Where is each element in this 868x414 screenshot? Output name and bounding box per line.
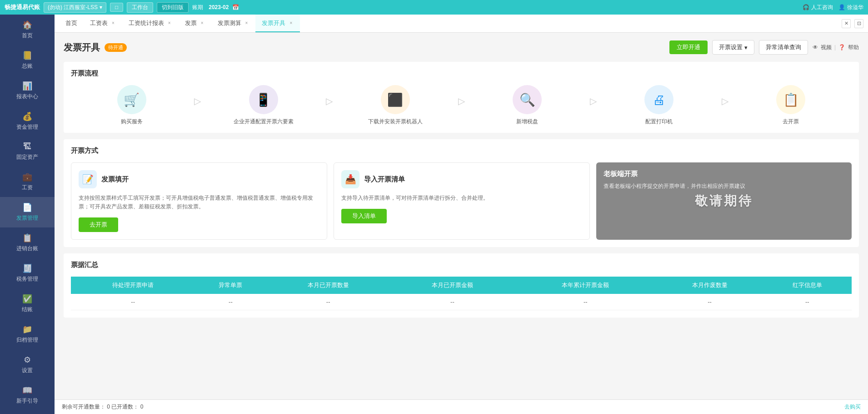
app-logo: 畅捷通易代账 xyxy=(5,3,40,11)
method-card-old: 老板端开票 查看老板端小程序提交的开票申请，并作出相应的开票建议 敬请期待 xyxy=(596,162,852,240)
flow-step-download: ⬛ 下载并安装开票机器人 xyxy=(334,85,456,126)
sidebar-item-ledger[interactable]: 📒 总账 xyxy=(0,45,55,76)
setup-icon: 📱 xyxy=(249,85,278,114)
sidebar-item-settings[interactable]: ⚙ 设置 xyxy=(0,349,55,380)
page-title: 发票开具 xyxy=(64,41,100,54)
tax_disk-icon: 🔍 xyxy=(513,85,542,114)
fill-card-desc: 支持按照发票样式手工填写开发票；可开具增值税电子普通发票、增值税普通发票、增值税… xyxy=(79,194,319,211)
summary-val-2: -- xyxy=(266,294,390,310)
flow-arrow: ▷ xyxy=(588,96,599,106)
summary-col-5: 本月作废数量 xyxy=(656,277,763,294)
sidebar-item-assets[interactable]: 🏗 固定资产 xyxy=(0,136,55,167)
tab-close-icon[interactable]: × xyxy=(110,20,116,26)
method-cards: 📝 发票填开 支持按照发票样式手工填写开发票；可开具增值税电子普通发票、增值税普… xyxy=(71,162,852,240)
tab-工资统计报表[interactable]: 工资统计报表× xyxy=(122,15,179,32)
page-actions: 立即开通 开票设置 ▾ 异常清单查询 👁 视频 | ❓ 帮助 xyxy=(669,40,859,55)
flow-step-setup: 📱 企业开通配置开票六要素 xyxy=(203,85,324,126)
sidebar-item-label: 新手引导 xyxy=(16,397,38,405)
assets-icon: 🏗 xyxy=(23,142,31,151)
sidebar-item-label: 首页 xyxy=(22,32,33,40)
tab-bar: 首页工资表×工资统计报表×发票×发票测算×发票开具× ✕ ⊡ xyxy=(55,15,868,33)
company-selector[interactable]: (勿动) 江西服室-LSS ▾ xyxy=(44,2,106,13)
main-content: 首页工资表×工资统计报表×发票×发票测算×发票开具× ✕ ⊡ 发票开具 待开通 … xyxy=(55,15,868,414)
download-label: 下载并安装开票机器人 xyxy=(368,118,423,126)
sidebar-item-invoice[interactable]: 📄 发票管理 xyxy=(0,197,55,227)
tab-工资表[interactable]: 工资表× xyxy=(84,15,122,32)
period-value: 2023-02 xyxy=(209,4,229,10)
reports-icon: 📊 xyxy=(22,81,32,91)
page-area: 发票开具 待开通 立即开通 开票设置 ▾ 异常清单查询 👁 视频 | ❓ xyxy=(55,33,868,399)
tab-close-icon[interactable]: × xyxy=(200,20,205,26)
sidebar-item-tax[interactable]: 🧾 税务管理 xyxy=(0,258,55,288)
buy-link[interactable]: 去购买 xyxy=(844,403,861,411)
tab-首页[interactable]: 首页 xyxy=(59,15,84,32)
copy-button[interactable]: □ xyxy=(110,3,123,12)
fill-card-title: 发票填开 xyxy=(101,175,129,184)
tax-icon: 🧾 xyxy=(22,263,32,273)
sidebar-item-settlement[interactable]: ✅ 结账 xyxy=(0,288,55,319)
tab-label: 工资统计报表 xyxy=(129,19,164,27)
flow-arrow: ▷ xyxy=(192,96,203,106)
download-icon: ⬛ xyxy=(381,85,410,114)
old-card-title: 老板端开票 xyxy=(604,170,844,178)
old-card-desc: 查看老板端小程序提交的开票申请，并作出相应的开票建议 xyxy=(604,182,844,191)
opened-value: 0 xyxy=(140,404,144,410)
layout: 🏠 首页 📒 总账 📊 报表中心 💰 资金管理 🏗 固定资产 💼 工资 📄 发票… xyxy=(0,15,868,414)
tab-label: 发票 xyxy=(185,19,197,27)
sidebar-item-funds[interactable]: 💰 资金管理 xyxy=(0,106,55,136)
switch-version-button[interactable]: 切到旧版 xyxy=(157,2,189,13)
sidebar-item-guide[interactable]: 📖 新手引导 xyxy=(0,380,55,410)
tab-close-icon[interactable]: × xyxy=(244,20,249,26)
user-profile[interactable]: 👤 徐溢华 xyxy=(838,4,863,11)
method-card-fill: 📝 发票填开 支持按照发票样式手工填写开发票；可开具增值税电子普通发票、增值税普… xyxy=(71,162,327,240)
sidebar-item-member[interactable]: ⭐ 畅会员 xyxy=(0,410,55,414)
open-now-button[interactable]: 立即开通 xyxy=(669,40,708,54)
flow-steps: 🛒 购买服务 ▷ 📱 企业开通配置开票六要素 ▷ ⬛ 下载并安装开票机器人 ▷ … xyxy=(71,85,852,126)
setup-label: 企业开通配置开票六要素 xyxy=(234,118,294,126)
go-open-ticket-button[interactable]: 去开票 xyxy=(79,217,118,232)
open-settings-button[interactable]: 开票设置 ▾ xyxy=(712,40,754,55)
chevron-down-icon: ▾ xyxy=(100,4,102,10)
sidebar-item-label: 报表中心 xyxy=(16,93,38,101)
tab-close-icon[interactable]: × xyxy=(167,20,172,26)
flow-section: 开票流程 🛒 购买服务 ▷ 📱 企业开通配置开票六要素 ▷ ⬛ 下载并安装开票机… xyxy=(64,62,859,133)
summary-col-0: 待处理开票申请 xyxy=(71,277,195,294)
settlement-icon: ✅ xyxy=(22,294,32,304)
import-list-button[interactable]: 导入清单 xyxy=(341,209,387,223)
sidebar-item-label: 税务管理 xyxy=(16,275,38,283)
summary-val-5: -- xyxy=(656,294,763,310)
sidebar: 🏠 首页 📒 总账 📊 报表中心 💰 资金管理 🏗 固定资产 💼 工资 📄 发票… xyxy=(0,15,55,414)
close-tab-button[interactable]: ✕ xyxy=(842,19,851,28)
restore-tab-button[interactable]: ⊡ xyxy=(854,19,863,28)
sidebar-item-reports[interactable]: 📊 报表中心 xyxy=(0,76,55,106)
support-btn[interactable]: 🎧 人工咨询 xyxy=(803,4,833,11)
sidebar-item-label: 工资 xyxy=(22,184,33,192)
tab-发票[interactable]: 发票× xyxy=(179,15,211,32)
summary-col-1: 异常单票 xyxy=(195,277,266,294)
tab-发票开具[interactable]: 发票开具× xyxy=(255,15,300,32)
company-name: (勿动) 江西服室-LSS xyxy=(48,4,98,11)
summary-val-0: -- xyxy=(71,294,195,310)
workbench-button[interactable]: 工作台 xyxy=(127,2,153,13)
sidebar-item-archive[interactable]: 📁 归档管理 xyxy=(0,319,55,349)
calendar-icon[interactable]: 📅 xyxy=(232,4,239,10)
summary-title: 票据汇总 xyxy=(71,261,852,269)
payroll-icon: 💼 xyxy=(22,172,32,182)
sidebar-item-payroll[interactable]: 💼 工资 xyxy=(0,167,55,197)
sidebar-item-purchase[interactable]: 📋 进销台账 xyxy=(0,227,55,258)
top-bar-right: 🎧 人工咨询 👤 徐溢华 xyxy=(803,4,863,11)
summary-col-4: 本年累计开票金额 xyxy=(514,277,656,294)
abnormal-list-button[interactable]: 异常清单查询 xyxy=(759,40,808,55)
sidebar-item-label: 进销台账 xyxy=(16,245,38,252)
fill-card-icon: 📝 xyxy=(79,170,97,188)
ledger-icon: 📒 xyxy=(22,50,32,61)
tax_disk-label: 新增税盘 xyxy=(516,118,538,126)
tab-发票测算[interactable]: 发票测算× xyxy=(211,15,256,32)
tab-label: 首页 xyxy=(65,19,77,27)
tab-close-icon[interactable]: × xyxy=(288,20,294,26)
flow-step-open: 📋 去开票 xyxy=(730,85,852,126)
buy-icon: 🛒 xyxy=(117,85,146,114)
page-header: 发票开具 待开通 立即开通 开票设置 ▾ 异常清单查询 👁 视频 | ❓ xyxy=(64,40,859,55)
sidebar-item-home[interactable]: 🏠 首页 xyxy=(0,15,55,45)
remaining-label: 剩余可开通数量： xyxy=(62,404,105,410)
